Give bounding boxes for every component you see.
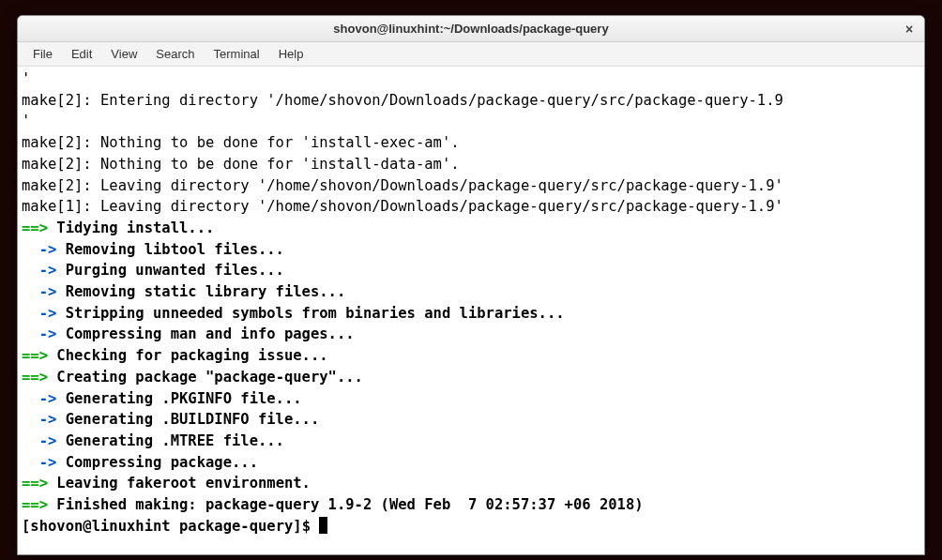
arrow-sub-icon: -> — [22, 283, 56, 300]
arrow-sub-icon: -> — [22, 411, 56, 428]
arrow-sub-icon: -> — [22, 262, 56, 279]
arrow-sub-icon: -> — [22, 325, 56, 342]
terminal-line: -> Purging unwanted files... — [22, 260, 920, 281]
step-text: Creating package "package-query"... — [48, 369, 363, 386]
terminal-line: ==> Finished making: package-query 1.9-2… — [22, 494, 920, 516]
step-text: Checking for packaging issue... — [48, 347, 328, 364]
arrow-sub-icon: -> — [22, 432, 56, 449]
arrow-step-icon: ==> — [22, 496, 48, 513]
menu-view[interactable]: View — [101, 44, 146, 64]
prompt-line[interactable]: [shovon@linuxhint package-query]$ — [22, 516, 920, 537]
terminal-line: -> Removing static library files... — [22, 281, 920, 303]
arrow-step-icon: ==> — [22, 369, 48, 386]
arrow-step-icon: ==> — [22, 347, 48, 364]
substep-text: Generating .MTREE file... — [56, 432, 284, 449]
menu-help[interactable]: Help — [269, 44, 313, 64]
substep-text: Generating .BUILDINFO file... — [56, 411, 319, 428]
step-text: Leaving fakeroot environment. — [48, 475, 311, 492]
terminal-line: ==> Checking for packaging issue... — [22, 345, 920, 367]
substep-text: Purging unwanted files... — [56, 262, 284, 279]
terminal-line: -> Removing libtool files... — [22, 239, 920, 261]
menubar: File Edit View Search Terminal Help — [18, 42, 924, 67]
terminal-line: make[2]: Entering directory '/home/shovo… — [22, 90, 920, 112]
close-button[interactable]: × — [900, 20, 919, 38]
arrow-sub-icon: -> — [22, 454, 56, 471]
substep-text: Removing static library files... — [56, 283, 345, 300]
terminal-line: -> Generating .PKGINFO file... — [22, 388, 920, 410]
arrow-sub-icon: -> — [22, 241, 56, 258]
substep-text: Compressing package... — [56, 454, 258, 471]
menu-search[interactable]: Search — [146, 44, 204, 64]
terminal-line: ' — [22, 111, 920, 132]
substep-text: Stripping unneeded symbols from binaries… — [56, 305, 564, 322]
arrow-step-icon: ==> — [22, 219, 48, 236]
window-title: shovon@linuxhint:~/Downloads/package-que… — [333, 22, 608, 36]
arrow-sub-icon: -> — [22, 390, 56, 407]
titlebar[interactable]: shovon@linuxhint:~/Downloads/package-que… — [18, 16, 924, 42]
terminal-line: -> Generating .BUILDINFO file... — [22, 409, 920, 431]
terminal-line: make[2]: Nothing to be done for 'install… — [22, 154, 920, 175]
terminal-line: make[1]: Leaving directory '/home/shovon… — [22, 196, 920, 218]
prompt-path: package-query — [179, 518, 293, 535]
prompt-bracket-close: ] — [293, 518, 301, 535]
prompt-symbol: $ — [302, 518, 320, 535]
menu-file[interactable]: File — [23, 44, 62, 64]
step-text: Finished making: package-query 1.9-2 (We… — [48, 496, 644, 513]
prompt-host: linuxhint — [92, 518, 171, 535]
step-text: Tidying install... — [48, 219, 214, 236]
terminal-line: ==> Leaving fakeroot environment. — [22, 473, 920, 494]
substep-text: Compressing man and info pages... — [56, 325, 354, 342]
menu-terminal[interactable]: Terminal — [205, 44, 269, 64]
substep-text: Generating .PKGINFO file... — [56, 390, 301, 407]
terminal-line: -> Compressing man and info pages... — [22, 324, 920, 345]
at-icon: @ — [83, 518, 91, 535]
arrow-step-icon: ==> — [22, 475, 48, 492]
terminal-line: make[2]: Nothing to be done for 'install… — [22, 132, 920, 154]
terminal-line: -> Compressing package... — [22, 452, 920, 474]
close-icon: × — [905, 22, 913, 37]
prompt-bracket-open: [ — [22, 518, 30, 535]
cursor-icon — [319, 517, 327, 534]
prompt-space — [171, 518, 179, 535]
arrow-sub-icon: -> — [22, 305, 56, 322]
terminal-line: -> Generating .MTREE file... — [22, 431, 920, 452]
terminal-window: shovon@linuxhint:~/Downloads/package-que… — [17, 15, 925, 555]
prompt-user: shovon — [30, 518, 83, 535]
menu-edit[interactable]: Edit — [62, 44, 101, 64]
substep-text: Removing libtool files... — [56, 241, 284, 258]
terminal-line: -> Stripping unneeded symbols from binar… — [22, 303, 920, 325]
terminal-line: ' — [22, 68, 920, 90]
terminal-output[interactable]: 'make[2]: Entering directory '/home/shov… — [18, 67, 924, 554]
terminal-line: ==> Tidying install... — [22, 218, 920, 239]
terminal-line: make[2]: Leaving directory '/home/shovon… — [22, 175, 920, 197]
terminal-line: ==> Creating package "package-query"... — [22, 367, 920, 388]
